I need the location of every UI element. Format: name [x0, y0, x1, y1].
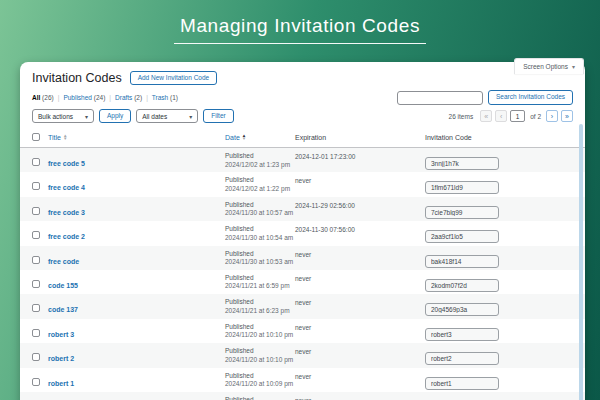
sort-icon: ▲▼ — [242, 135, 246, 140]
chevron-down-icon: ▾ — [85, 113, 88, 120]
row-title-link[interactable]: robert 1 — [48, 380, 74, 387]
row-status: Published — [225, 372, 295, 379]
filters-and-search-row: All (26)|Published (24)|Drafts (2)|Trash… — [32, 90, 573, 105]
pagination: 26 items « ‹ of 2 › » — [449, 110, 573, 122]
next-page-button[interactable]: › — [546, 110, 558, 122]
row-status: Published — [225, 323, 295, 330]
table-row: robert 2 Published 2024/11/20 at 10:10 p… — [20, 343, 585, 367]
first-page-button: « — [480, 110, 492, 122]
scrollbar[interactable] — [579, 124, 583, 400]
filter-links: All (26)|Published (24)|Drafts (2)|Trash… — [32, 94, 178, 101]
all-dates-select[interactable]: All dates ▾ — [136, 109, 198, 123]
table-row: free code 3 Published 2024/11/30 at 10:5… — [20, 197, 585, 221]
row-expiration: 2024-11-29 02:56:00 — [295, 201, 425, 209]
row-date: 2024/11/21 at 6:23 pm — [225, 307, 295, 314]
row-code-input[interactable] — [425, 255, 499, 268]
row-date: 2024/11/20 at 10:10 pm — [225, 331, 295, 338]
row-checkbox[interactable] — [32, 280, 40, 288]
bulk-controls: Bulk actions ▾ Apply All dates ▾ Filter — [32, 109, 234, 124]
row-title-link[interactable]: free code 2 — [48, 233, 85, 240]
row-expiration: never — [295, 274, 425, 282]
column-date-label: Date — [225, 134, 240, 141]
row-title-link[interactable]: free code 5 — [48, 160, 85, 167]
items-count: 26 items — [449, 113, 474, 120]
row-expiration: never — [295, 250, 425, 258]
row-status: Published — [225, 250, 295, 257]
add-new-invitation-code-button[interactable]: Add New Invitation Code — [130, 71, 218, 86]
filter-link-drafts[interactable]: Drafts (2) — [115, 94, 142, 101]
row-checkbox[interactable] — [32, 378, 40, 386]
row-code-input[interactable] — [425, 181, 499, 194]
column-expiration-label: Expiration — [295, 134, 425, 141]
filter-link-all[interactable]: All (26) — [32, 94, 54, 101]
row-title-link[interactable]: free code 3 — [48, 209, 85, 216]
row-checkbox[interactable] — [32, 329, 40, 337]
row-code-input[interactable] — [425, 157, 499, 170]
filter-count: (1) — [168, 94, 178, 101]
search-input[interactable] — [397, 91, 483, 105]
page: Managing Invitation Codes Screen Options… — [0, 0, 600, 400]
row-code-input[interactable] — [425, 303, 499, 316]
row-code-input[interactable] — [425, 206, 499, 219]
all-dates-label: All dates — [142, 113, 167, 120]
filter-separator: | — [109, 94, 111, 101]
page-title: Managing Invitation Codes — [174, 15, 426, 44]
bulk-actions-select[interactable]: Bulk actions ▾ — [32, 109, 94, 123]
row-title-link[interactable]: free code — [48, 258, 79, 265]
row-code-input[interactable] — [425, 377, 499, 390]
banner: Managing Invitation Codes — [0, 0, 600, 58]
row-date: 2024/11/20 at 10:09 pm — [225, 380, 295, 387]
sort-by-date-link[interactable]: Date ▲▼ — [225, 134, 246, 141]
row-checkbox[interactable] — [32, 231, 40, 239]
table-header: Title ▲▼ Date ▲▼ Expiration Invitation C… — [20, 129, 585, 148]
row-checkbox[interactable] — [32, 353, 40, 361]
select-all-checkbox[interactable] — [32, 133, 40, 141]
row-checkbox[interactable] — [32, 158, 40, 166]
row-code-input[interactable] — [425, 230, 499, 243]
sort-by-title-link[interactable]: Title ▲▼ — [48, 134, 67, 141]
row-date: 2024/11/20 at 10:10 pm — [225, 356, 295, 363]
screen-options-button[interactable]: Screen Options ▾ — [514, 58, 584, 74]
filter-label: Published — [63, 94, 92, 101]
filter-label: Trash — [152, 94, 168, 101]
row-code-input[interactable] — [425, 328, 499, 341]
table-row: free code 5 Published 2024/12/02 at 1:23… — [20, 148, 585, 172]
row-date: 2024/12/02 at 1:23 pm — [225, 161, 295, 168]
table-row: free code 2 Published 2024/11/30 at 10:5… — [20, 221, 585, 245]
row-checkbox[interactable] — [32, 256, 40, 264]
row-status: Published — [225, 347, 295, 354]
row-code-input[interactable] — [425, 352, 499, 365]
apply-button[interactable]: Apply — [99, 109, 131, 124]
row-status: Published — [225, 298, 295, 305]
row-title-link[interactable]: code 155 — [48, 282, 78, 289]
row-title-link[interactable]: robert 3 — [48, 331, 74, 338]
current-page-input[interactable] — [510, 110, 525, 122]
table-body: free code 5 Published 2024/12/02 at 1:23… — [32, 148, 573, 400]
table-row: code 137 Published 2024/11/21 at 6:23 pm… — [20, 294, 585, 318]
panel-title: Invitation Codes — [32, 71, 122, 85]
row-date: 2024/11/30 at 10:53 am — [225, 258, 295, 265]
panel-header: Invitation Codes Add New Invitation Code — [32, 68, 573, 88]
table-row: john 4 Published 2024/11/20 at 9:58 pm n… — [20, 392, 585, 400]
row-checkbox[interactable] — [32, 207, 40, 215]
row-title-link[interactable]: robert 2 — [48, 355, 74, 362]
row-status: Published — [225, 274, 295, 281]
row-status: Published — [225, 396, 295, 400]
row-checkbox[interactable] — [32, 182, 40, 190]
filter-label: Drafts — [115, 94, 132, 101]
row-status: Published — [225, 201, 295, 208]
row-title-link[interactable]: free code 4 — [48, 184, 85, 191]
last-page-button[interactable]: » — [561, 110, 573, 122]
search-invitation-codes-button[interactable]: Search Invitation Codes — [488, 90, 573, 105]
bulk-actions-label: Bulk actions — [38, 113, 73, 120]
row-checkbox[interactable] — [32, 304, 40, 312]
filter-count: (26) — [40, 94, 53, 101]
row-title-link[interactable]: code 137 — [48, 306, 78, 313]
row-code-input[interactable] — [425, 279, 499, 292]
filter-link-trash[interactable]: Trash (1) — [152, 94, 178, 101]
row-expiration: 2024-12-01 17:23:00 — [295, 152, 425, 160]
row-expiration: never — [295, 347, 425, 355]
filter-button[interactable]: Filter — [203, 109, 233, 124]
search-area: Search Invitation Codes — [397, 90, 573, 105]
filter-link-published[interactable]: Published (24) — [63, 94, 105, 101]
